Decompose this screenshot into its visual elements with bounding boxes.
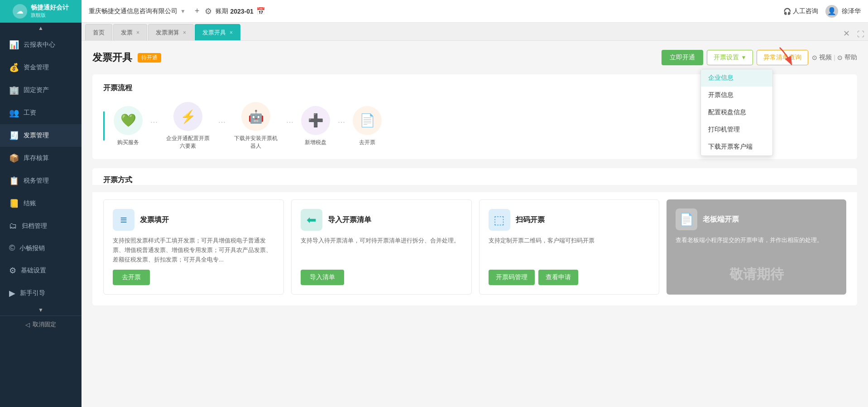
period-value: 2023-01 [230, 8, 253, 15]
dropdown-item-tax-config[interactable]: 配置税盘信息 [701, 104, 772, 121]
logo-text-group: 畅捷通好会计 旗舰版 [31, 4, 69, 19]
tab-window-close[interactable]: ✕ [839, 29, 854, 40]
import-list-icon: ⬅ [301, 209, 322, 231]
logo-icon: ☁ [13, 4, 27, 19]
xiaochang-icon: © [9, 243, 15, 253]
scan-title: 扫码开票 [516, 215, 545, 225]
user-name: 徐泽华 [842, 7, 861, 15]
tab-cesuan-close[interactable]: × [183, 29, 186, 36]
top-header: ☁ 畅捷通好会计 旗舰版 重庆畅捷交通信息咨询有限公司 ▼ + ⚙ 账期 202… [0, 0, 868, 23]
sidebar-item-gongzi[interactable]: 👥 工资 [0, 102, 82, 124]
step2-icon: ⚡ [173, 102, 202, 131]
sidebar: ▲ 📊 云报表中心 💰 资金管理 🏢 固定资产 👥 工资 🧾 发票管理 📦 库存… [0, 23, 82, 407]
sidebar-item-shuiwu[interactable]: 📋 税务管理 [0, 170, 82, 192]
sidebar-scroll-up[interactable]: ▲ [0, 23, 82, 34]
sidebar-item-jichushezhi[interactable]: ⚙ 基础设置 [0, 259, 82, 282]
settings-icon[interactable]: ⚙ [205, 6, 212, 16]
dropdown-item-company-info[interactable]: 企业信息 [701, 69, 772, 87]
fill-invoice-title: 发票填开 [140, 215, 169, 225]
dropdown-item-printer[interactable]: 打印机管理 [701, 121, 772, 138]
scan-view-apply-btn[interactable]: 查看申请 [538, 270, 578, 285]
sidebar-scroll-down[interactable]: ▼ [0, 305, 82, 315]
video-label[interactable]: 视频 [819, 53, 832, 62]
gudingzichan-label: 固定资产 [24, 86, 49, 94]
sidebar-item-xinshou[interactable]: ▶ 新手引导 [0, 282, 82, 305]
settings-dropdown-btn[interactable]: 开票设置 ▼ [707, 50, 753, 65]
exception-btn[interactable]: 异常清单查询 [757, 50, 808, 65]
settings-dropdown-menu: 企业信息 开票信息 配置税盘信息 打印机管理 下载开票客户端 [700, 69, 773, 156]
guidang-icon: 🗂 [9, 221, 17, 231]
guidang-label: 归档管理 [22, 222, 47, 230]
user-area[interactable]: 👤 徐泽华 [825, 5, 861, 18]
page-title-row: 发票开具 待开通 立即开通 开票设置 ▼ 异常清单查询 ⊙ 视频 | ⊙ [92, 50, 857, 65]
sidebar-item-guidang[interactable]: 🗂 归档管理 [0, 215, 82, 237]
sidebar-item-yunbao[interactable]: 📊 云报表中心 [0, 34, 82, 56]
method-card-boss: 📄 老板端开票 查看老板端小程序提交的开票申请，并作出相应的处理。 敬请期待 [667, 199, 846, 295]
settings-dropdown-arrow-icon: ▼ [741, 54, 746, 61]
fill-invoice-btn[interactable]: 去开票 [113, 270, 150, 285]
arrow4: ··· [330, 116, 353, 136]
method-cards: ≡ 发票填开 支持按照发票样式手工填开发票；可开具增值税电子普通发票、增值税普通… [92, 192, 857, 305]
dropdown-item-download-client[interactable]: 下载开票客户端 [701, 138, 772, 155]
jichushezhi-icon: ⚙ [9, 266, 16, 276]
cancel-fixed-btn[interactable]: ◁ 取消固定 [0, 315, 82, 333]
support-btn[interactable]: 🎧 人工咨询 [783, 7, 818, 15]
xiaochang-label: 小畅报销 [19, 244, 45, 252]
calendar-icon[interactable]: 📅 [256, 7, 265, 15]
help-label[interactable]: 帮助 [844, 53, 857, 62]
headset-icon: 🎧 [783, 8, 791, 15]
tab-fapiao-close[interactable]: × [136, 29, 139, 36]
company-dropdown-icon[interactable]: ▼ [180, 8, 186, 15]
gudingzichan-icon: 🏢 [9, 85, 19, 95]
overlay-text: 敬请期待 [667, 265, 846, 284]
period-label: 账期 [216, 7, 228, 15]
method-card-fill: ≡ 发票填开 支持按照发票样式手工填开发票；可开具增值税电子普通发票、增值税普通… [103, 199, 284, 295]
step2-label: 企业开通配置开票六要素 [165, 135, 211, 150]
tab-fapiao-cesuan[interactable]: 发票测算 × [148, 24, 194, 40]
gongzi-label: 工资 [24, 109, 36, 117]
sidebar-item-fapiao[interactable]: 🧾 发票管理 [0, 124, 82, 147]
gongzi-icon: 👥 [9, 108, 19, 118]
method-card-import: ⬅ 导入开票清单 支持导入待开票清单，可对待开票清单进行拆分、合并处理。 导入清… [291, 199, 472, 295]
methods-section: 开票方式 ≡ 发票填开 支持按照发票样式手工填开发票；可开具增值税电子普通发票、… [92, 168, 857, 305]
sidebar-item-xiaochang[interactable]: © 小畅报销 [0, 237, 82, 259]
page-actions: 立即开通 开票设置 ▼ 异常清单查询 ⊙ 视频 | ⊙ 帮助 [662, 50, 857, 65]
step5-icon: 📄 [353, 106, 382, 135]
add-company-btn[interactable]: + [195, 6, 200, 16]
sidebar-item-gudingzichan[interactable]: 🏢 固定资产 [0, 79, 82, 102]
shuiwu-label: 税务管理 [24, 177, 49, 185]
process-step-2: ⚡ 企业开通配置开票六要素 [165, 102, 211, 150]
import-list-desc: 支持导入待开票清单，可对待开票清单进行拆分、合并处理。 [301, 236, 462, 246]
arrow3: ··· [278, 116, 301, 136]
methods-section-title: 开票方式 [92, 168, 857, 185]
sidebar-item-zijin[interactable]: 💰 资金管理 [0, 56, 82, 79]
dropdown-item-invoice-info[interactable]: 开票信息 [701, 87, 772, 104]
company-name: 重庆畅捷交通信息咨询有限公司 [89, 7, 177, 15]
pin-icon: ◁ [25, 321, 30, 328]
status-badge: 待开通 [138, 53, 161, 63]
boss-desc: 查看老板端小程序提交的开票申请，并作出相应的处理。 [676, 236, 837, 245]
tab-home[interactable]: 首页 [85, 24, 112, 40]
import-list-btn[interactable]: 导入清单 [301, 270, 344, 285]
process-step-4: ➕ 新增税盘 [301, 106, 330, 146]
company-selector[interactable]: 重庆畅捷交通信息咨询有限公司 ▼ [82, 7, 193, 15]
scan-desc: 支持定制开票二维码，客户端可扫码开票 [489, 236, 650, 246]
sidebar-item-kucun[interactable]: 📦 库存核算 [0, 147, 82, 170]
process-step-3: 🤖 下载并安装开票机器人 [233, 102, 278, 150]
kucun-label: 库存核算 [24, 154, 49, 162]
xinshou-label: 新手引导 [20, 289, 45, 297]
tab-fapiao-kaiju[interactable]: 发票开具 × [195, 24, 240, 40]
zijin-icon: 💰 [9, 63, 19, 73]
import-list-title: 导入开票清单 [328, 215, 371, 225]
page-title: 发票开具 [92, 51, 132, 64]
sidebar-item-jiezhang[interactable]: 📒 结账 [0, 192, 82, 215]
process-step-5: 📄 去开票 [353, 106, 382, 146]
jiezhang-icon: 📒 [9, 199, 19, 208]
scan-code-manage-btn[interactable]: 开票码管理 [489, 270, 535, 285]
scan-icon: ⬚ [489, 209, 510, 231]
tab-fapiao[interactable]: 发票 × [113, 24, 147, 40]
activate-btn[interactable]: 立即开通 [662, 50, 703, 65]
fill-invoice-icon: ≡ [113, 209, 134, 231]
tab-window-maximize[interactable]: ⛶ [854, 30, 868, 40]
tab-kaiju-close[interactable]: × [230, 29, 233, 36]
